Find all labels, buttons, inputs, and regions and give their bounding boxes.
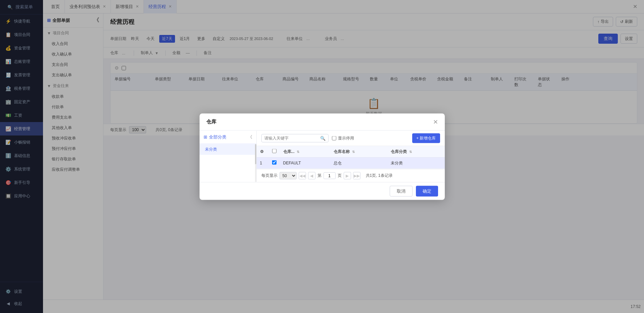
- modal-left-item-uncategorized[interactable]: 未分类: [200, 144, 256, 155]
- warehouse-modal: 仓库 ✕ ⊞ 全部分类 《 未分类 🔍: [200, 113, 445, 200]
- modal-per-page-select[interactable]: 50 100 200: [280, 172, 297, 179]
- sort-icon-category[interactable]: ⇅: [409, 150, 412, 153]
- table-row[interactable]: 1 DEFAULT 总仓 未分类: [257, 157, 445, 169]
- scrollbar-thumb: [255, 144, 256, 164]
- confirm-btn[interactable]: 确定: [416, 186, 438, 196]
- modal-left-collapse-btn[interactable]: 《: [248, 134, 252, 140]
- modal-header: 仓库 ✕: [200, 113, 445, 130]
- last-page-icon: ▶▶: [354, 173, 360, 178]
- show-disabled-checkbox[interactable]: [332, 136, 336, 140]
- th-warehouse-name: 仓库名称 ⇅: [330, 146, 387, 157]
- th-settings: ⚙: [257, 146, 269, 157]
- modal-left-scrollbar: [255, 144, 256, 182]
- prev-page-icon: ◀: [310, 173, 313, 178]
- first-page-btn[interactable]: ◀◀: [299, 172, 306, 179]
- th-warehouse-code: 仓库... ⇅: [280, 146, 331, 157]
- next-page-btn[interactable]: ▶: [344, 172, 351, 179]
- search-input[interactable]: [264, 136, 320, 141]
- select-all-checkbox2[interactable]: [272, 149, 276, 153]
- per-page-label2: 每页显示: [261, 173, 277, 179]
- modal-footer: 取消 确定: [200, 182, 445, 200]
- page-end-label: 页: [338, 173, 342, 179]
- prev-page-btn[interactable]: ◀: [308, 172, 315, 179]
- row-checkbox[interactable]: [272, 160, 276, 165]
- td-checkbox: [269, 157, 280, 169]
- modal-total-label: 共1页, 1条记录: [366, 173, 393, 179]
- modal-left-panel: ⊞ 全部分类 《 未分类: [200, 130, 257, 182]
- grid-icon2: ⊞: [204, 134, 207, 140]
- sort-icon-name[interactable]: ⇅: [352, 150, 355, 153]
- show-disabled-label: 显示停用: [332, 135, 354, 141]
- td-category: 未分类: [387, 157, 444, 169]
- modal-left-header: ⊞ 全部分类 《: [200, 130, 256, 144]
- td-name: 总仓: [330, 157, 387, 169]
- modal-left-all-label: 全部分类: [209, 134, 226, 140]
- table-head: ⚙ 仓库... ⇅ 仓库名称 ⇅: [257, 146, 445, 157]
- sort-icon-code[interactable]: ⇅: [297, 150, 299, 153]
- gear-icon3[interactable]: ⚙: [260, 149, 264, 154]
- table-header-row: ⚙ 仓库... ⇅ 仓库名称 ⇅: [257, 146, 445, 157]
- th-warehouse-category: 仓库分类 ⇅: [387, 146, 444, 157]
- modal-title: 仓库: [206, 119, 216, 125]
- th-checkbox: [269, 146, 280, 157]
- cancel-btn[interactable]: 取消: [390, 186, 413, 196]
- page-input[interactable]: [324, 172, 336, 179]
- td-code: DEFAULT: [280, 157, 331, 169]
- modal-right-panel: 🔍 显示停用 + 新增仓库 ⚙: [257, 130, 445, 182]
- modal-close-btn[interactable]: ✕: [433, 118, 438, 125]
- table-body: 1 DEFAULT 总仓 未分类: [257, 157, 445, 169]
- last-page-btn[interactable]: ▶▶: [353, 172, 360, 179]
- first-page-icon: ◀◀: [299, 173, 305, 178]
- next-page-icon: ▶: [346, 173, 349, 178]
- modal-body: ⊞ 全部分类 《 未分类 🔍 显示停用 + 新增仓库: [200, 130, 445, 182]
- modal-table: ⚙ 仓库... ⇅ 仓库名称 ⇅: [257, 146, 445, 169]
- page-label2: 第: [317, 173, 321, 179]
- warehouse-table: ⚙ 仓库... ⇅ 仓库名称 ⇅: [257, 146, 445, 169]
- search-icon2: 🔍: [320, 135, 326, 141]
- show-disabled-text: 显示停用: [338, 135, 354, 141]
- modal-right-toolbar: 🔍 显示停用 + 新增仓库: [257, 130, 445, 146]
- add-warehouse-btn[interactable]: + 新增仓库: [412, 133, 440, 143]
- modal-pagination: 每页显示 50 100 200 ◀◀ ◀ 第 页 ▶: [257, 169, 445, 182]
- search-box: 🔍: [261, 134, 329, 142]
- td-row-num: 1: [257, 157, 269, 169]
